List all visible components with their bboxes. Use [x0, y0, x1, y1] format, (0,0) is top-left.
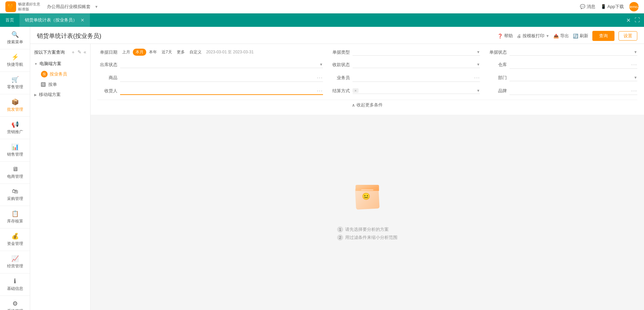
filter-date: 单据日期 上月 本月 本年 近7天 更多 自定义 2023-03-01 至 20…	[97, 49, 323, 56]
export-button[interactable]: 📤 导出	[553, 33, 569, 39]
date-tab-7days[interactable]: 近7天	[160, 49, 174, 56]
sidebar-item-inventory[interactable]: 📋 库存核算	[0, 206, 30, 228]
app-download-button[interactable]: 📱 App下载	[601, 4, 624, 10]
filter-salesperson: 业务员 ···	[330, 73, 480, 82]
ecommerce-icon: 🖥	[2, 166, 28, 173]
sidebar-item-operations[interactable]: 📈 经营管理	[0, 251, 30, 273]
box-face-icon: 😐	[362, 192, 370, 200]
logo-area: 🧡 畅捷通好生意 标准版	[5, 1, 40, 12]
scheme-group-desktop-title[interactable]: ▼ 电脑端方案	[30, 59, 90, 69]
operations-icon: 📈	[2, 255, 28, 262]
salesperson-label: 业务员	[330, 75, 350, 81]
consignee-input[interactable]	[120, 87, 317, 94]
filter-row-2: 出库状态 ▼ 收款状态 ▼	[97, 60, 637, 69]
date-tab-last-month[interactable]: 上月	[120, 49, 132, 56]
sales-icon: 📊	[2, 143, 28, 151]
tab-maximize-icon[interactable]: ⛶	[633, 16, 641, 24]
brand-select[interactable]: ···	[509, 87, 637, 95]
collapse-bar[interactable]: ∧ 收起更多条件	[97, 100, 637, 110]
filter-dept: 部门 ▼	[487, 74, 637, 81]
filter-row-3: 商品 ··· 业务员 ···	[97, 73, 637, 82]
sidebar-item-basic[interactable]: ℹ 基础信息	[0, 273, 30, 296]
sidebar-item-wholesale[interactable]: 📦 批发管理	[0, 94, 30, 117]
content-body: 按以下方案查询 ＋ ✎ « ▼ 电脑端方案 按 按	[30, 44, 644, 310]
scheme-group-mobile[interactable]: ▶ 移动端方案	[30, 90, 90, 100]
tab-home[interactable]: 首页	[0, 13, 19, 27]
tab-controls: ✕ ⛶	[625, 16, 644, 25]
goods-dots-icon: ···	[317, 75, 323, 80]
collapse-panel-icon[interactable]: «	[84, 49, 86, 55]
filter-panel: 单据日期 上月 本月 本年 近7天 更多 自定义 2023-03-01 至 20…	[91, 44, 644, 115]
tab-sales-stat[interactable]: 销货单统计表（按业务员） ✕	[19, 13, 90, 27]
refresh-button[interactable]: 🔄 刷新	[573, 33, 588, 39]
quick-nav-icon: ⚡	[2, 53, 28, 61]
goods-select[interactable]: ···	[120, 73, 323, 82]
date-tab-this-month[interactable]: 本月	[133, 49, 146, 56]
search-icon: 🔍	[2, 31, 28, 38]
filter-doc-type: 单据类型 ▼	[330, 49, 480, 56]
empty-illustration: 😐	[347, 182, 387, 216]
finance-icon: 💰	[2, 232, 28, 240]
template-print-button[interactable]: 🖨 按模板打印 ▼	[517, 33, 549, 39]
sidebar-item-finance[interactable]: 💰 资金管理	[0, 228, 30, 251]
basic-icon: ℹ	[2, 277, 28, 285]
page-actions: ❓ 帮助 🖨 按模板打印 ▼ 📤 导出 🔄 刷新 查询 设置	[497, 31, 637, 41]
doc-status-select[interactable]: ▼	[509, 49, 637, 56]
receipt-status-select[interactable]: ▼	[353, 61, 480, 68]
results-area: 😐 1 请先选择要分析的方案 2 用过滤条件来缩小分析范围	[91, 115, 644, 310]
setting-button[interactable]: 设置	[619, 31, 637, 41]
scheme-item-by-salesperson[interactable]: 按 按业务员	[37, 69, 90, 80]
breadcrumb-arrow-icon[interactable]: ▼	[95, 5, 98, 9]
filter-goods: 商品 ···	[97, 73, 323, 82]
sidebar-item-ecommerce[interactable]: 🖥 电商管理	[0, 162, 30, 184]
edit-scheme-icon[interactable]: ✎	[77, 49, 82, 55]
scheme-item-by-order[interactable]: 按 按单	[37, 80, 90, 90]
salesperson-select[interactable]: ···	[353, 73, 480, 82]
tab-close-icon[interactable]: ✕	[80, 17, 85, 23]
dept-select[interactable]: ▼	[509, 74, 637, 81]
doc-type-select[interactable]: ▼	[353, 49, 480, 56]
filter-brand: 品牌 ···	[487, 87, 637, 95]
warehouse-select[interactable]: ···	[509, 60, 637, 69]
settlement-tag-close-icon[interactable]: ×	[355, 89, 357, 93]
sidebar-item-system[interactable]: ⚙ 系统管理	[0, 296, 30, 310]
left-panel-header: 按以下方案查询 ＋ ✎ «	[30, 47, 90, 57]
date-tab-custom[interactable]: 自定义	[187, 49, 204, 56]
date-tab-more[interactable]: 更多	[175, 49, 187, 56]
main-layout: 🔍 搜索菜单 ⚡ 快捷导航 🛒 零售管理 📦 批发管理 📢 营销推广 📊 销售管…	[0, 27, 644, 310]
sidebar-item-marketing[interactable]: 📢 营销推广	[0, 117, 30, 139]
filter-settlement: 结算方式 × ▼	[330, 88, 480, 94]
empty-text: 1 请先选择要分析的方案 2 用过滤条件来缩小分析范围	[337, 226, 397, 243]
help-button[interactable]: ❓ 帮助	[497, 33, 513, 39]
dept-label: 部门	[487, 75, 507, 81]
out-status-dropdown-icon: ▼	[319, 62, 323, 66]
salesperson-dots-icon: ···	[474, 75, 480, 80]
add-scheme-icon[interactable]: ＋	[71, 49, 75, 55]
export-icon: 📤	[553, 34, 559, 39]
date-tab-this-year[interactable]: 本年	[147, 49, 159, 56]
query-button[interactable]: 查询	[592, 31, 614, 41]
sidebar-item-quick-nav[interactable]: ⚡ 快捷导航	[0, 49, 30, 72]
message-button[interactable]: 💬 消息	[580, 4, 595, 10]
settlement-tag-box: × ▼	[353, 88, 480, 94]
out-status-select[interactable]: ▼	[120, 61, 323, 68]
settlement-control: × ▼	[353, 88, 480, 94]
brand-dots-icon: ···	[631, 88, 637, 93]
avatar[interactable]: demo2	[629, 2, 639, 11]
tab-close-all-icon[interactable]: ✕	[625, 16, 632, 25]
scheme-items-desktop: 按 按业务员 按 按单	[30, 69, 90, 90]
right-panel: 单据日期 上月 本月 本年 近7天 更多 自定义 2023-03-01 至 20…	[91, 44, 644, 310]
sidebar-item-retail[interactable]: 🛒 零售管理	[0, 72, 30, 94]
warehouse-dots-icon: ···	[631, 62, 637, 67]
message-icon: 💬	[580, 4, 585, 9]
sidebar-item-search[interactable]: 🔍 搜索菜单	[0, 27, 30, 49]
sidebar-item-sales[interactable]: 📊 销售管理	[0, 139, 30, 162]
sidebar-item-purchase[interactable]: 🛍 采购管理	[0, 184, 30, 206]
help-icon: ❓	[497, 34, 503, 39]
system-icon: ⚙	[2, 300, 28, 307]
order-icon: 按	[41, 82, 46, 87]
date-range-display: 2023-03-01 至 2023-03-31	[206, 49, 254, 55]
left-panel: 按以下方案查询 ＋ ✎ « ▼ 电脑端方案 按 按	[30, 44, 91, 310]
inventory-icon: 📋	[2, 210, 28, 217]
page-header: 销货单统计表(按业务员) ❓ 帮助 🖨 按模板打印 ▼ 📤 导出 🔄 刷新	[30, 27, 644, 44]
